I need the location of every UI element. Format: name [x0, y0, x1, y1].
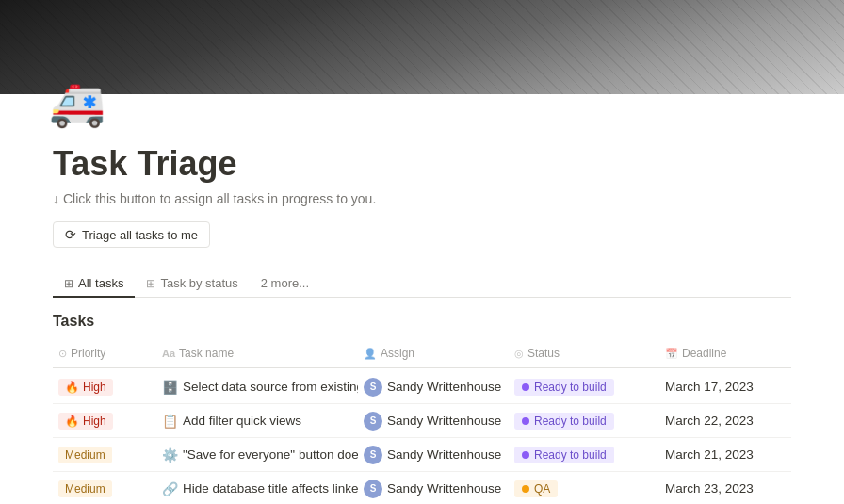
- page-icon: 🚑: [45, 72, 109, 136]
- priority-badge: 🔥 High: [58, 413, 113, 430]
- status-label: Ready to build: [534, 415, 607, 428]
- taskname-cell: ⚙️ "Save for everyone" button doesn't pe…: [156, 442, 358, 468]
- priority-cell: Medium: [53, 441, 156, 469]
- avatar: S: [364, 480, 382, 498]
- taskname-cell: 🔗 Hide database title affects linked dat…: [156, 476, 358, 502]
- status-badge: Ready to build: [514, 379, 614, 396]
- tab-more[interactable]: 2 more...: [250, 270, 320, 298]
- deadline-col-icon: 📅: [665, 348, 678, 360]
- status-cell: Ready to build: [509, 373, 659, 401]
- tab-all-tasks-icon: ⊞: [64, 277, 73, 290]
- table-row[interactable]: 🔥 High 🗄️ Select data source from existi…: [53, 370, 791, 404]
- tab-all-tasks-label: All tasks: [78, 276, 123, 290]
- tabs-row: ⊞ All tasks ⊞ Task by status 2 more...: [53, 270, 791, 298]
- deadline-value: March 21, 2023: [665, 447, 754, 462]
- status-col-icon: ◎: [514, 348, 524, 360]
- status-label: Ready to build: [534, 381, 607, 394]
- task-icon: 📋: [162, 414, 178, 429]
- status-dot: [522, 485, 529, 493]
- col-assign: 👤 Assign: [358, 343, 509, 364]
- tab-more-label: 2 more...: [261, 276, 309, 290]
- status-dot: [522, 383, 529, 391]
- taskname-cell: 📋 Add filter quick views: [156, 408, 358, 434]
- priority-badge: Medium: [58, 447, 112, 463]
- deadline-cell: March 22, 2023: [659, 408, 791, 433]
- status-cell: Ready to build: [509, 407, 659, 435]
- description-arrow: ↓: [53, 191, 59, 206]
- taskname-col-icon: Aa: [162, 348, 175, 359]
- deadline-value: March 17, 2023: [665, 380, 754, 394]
- description-text: Click this button to assign all tasks in…: [63, 191, 376, 206]
- status-badge: QA: [514, 480, 558, 497]
- col-status: ◎ Status: [509, 343, 659, 364]
- priority-cell: Medium: [53, 475, 156, 503]
- task-name-text: Add filter quick views: [183, 414, 301, 428]
- status-label: QA: [534, 482, 550, 496]
- table-row[interactable]: Medium 🔗 Hide database title affects lin…: [53, 472, 791, 504]
- tab-task-by-status-label: Task by status: [160, 276, 237, 290]
- assignee-name: Sandy Writtenhouse: [387, 481, 501, 496]
- triage-all-button[interactable]: ⟳ Triage all tasks to me: [53, 221, 210, 248]
- status-cell: QA: [509, 475, 659, 503]
- task-icon: 🔗: [162, 481, 178, 496]
- priority-cell: 🔥 High: [53, 407, 156, 435]
- table-body: 🔥 High 🗄️ Select data source from existi…: [53, 370, 791, 504]
- status-dot: [522, 451, 529, 459]
- task-name-text: "Save for everyone" button doesn't persi…: [183, 447, 358, 462]
- task-name-text: Select data source from existing databas…: [183, 380, 358, 394]
- taskname-cell: 🗄️ Select data source from existing data…: [156, 374, 358, 400]
- status-dot: [522, 417, 529, 425]
- assignee-cell: S Sandy Writtenhouse: [358, 406, 509, 436]
- assignee-name: Sandy Writtenhouse: [387, 414, 501, 428]
- deadline-cell: March 17, 2023: [659, 374, 791, 399]
- assignee-cell: S Sandy Writtenhouse: [358, 440, 509, 470]
- table-row[interactable]: 🔥 High 📋 Add filter quick views S Sandy …: [53, 404, 791, 438]
- col-task-name: Aa Task name: [156, 343, 358, 364]
- fire-icon: 🔥: [65, 415, 79, 428]
- tab-status-icon: ⊞: [146, 277, 155, 290]
- priority-label: Medium: [65, 448, 106, 462]
- tab-all-tasks[interactable]: ⊞ All tasks: [53, 270, 135, 298]
- triage-icon: ⟳: [65, 227, 76, 242]
- task-icon: ⚙️: [162, 447, 178, 463]
- task-icon: 🗄️: [162, 380, 178, 395]
- priority-badge: Medium: [58, 480, 112, 497]
- assignee-name: Sandy Writtenhouse: [387, 380, 501, 394]
- priority-label: High: [83, 415, 106, 428]
- avatar: S: [364, 378, 382, 397]
- task-name-text: Hide database title affects linked datab…: [183, 481, 358, 496]
- assignee-cell: S Sandy Writtenhouse: [358, 474, 509, 504]
- assignee-name: Sandy Writtenhouse: [387, 447, 501, 462]
- assign-col-icon: 👤: [364, 348, 377, 360]
- deadline-value: March 23, 2023: [665, 481, 754, 496]
- avatar: S: [364, 412, 382, 431]
- cover-image: [0, 0, 844, 94]
- status-cell: Ready to build: [509, 441, 659, 469]
- avatar: S: [364, 446, 382, 464]
- fire-icon: 🔥: [65, 381, 79, 394]
- priority-cell: 🔥 High: [53, 373, 156, 401]
- status-badge: Ready to build: [514, 447, 614, 463]
- triage-button-label: Triage all tasks to me: [82, 228, 198, 242]
- priority-label: Medium: [65, 482, 106, 496]
- priority-label: High: [83, 381, 106, 394]
- table-row[interactable]: Medium ⚙️ "Save for everyone" button doe…: [53, 438, 791, 472]
- table-header: ⊙ Priority Aa Task name 👤 Assign ◎ Statu…: [53, 339, 791, 368]
- priority-badge: 🔥 High: [58, 379, 113, 396]
- status-label: Ready to build: [534, 448, 607, 462]
- priority-col-icon: ⊙: [58, 348, 67, 360]
- deadline-cell: March 23, 2023: [659, 476, 791, 501]
- tasks-section-title: Tasks: [53, 313, 791, 330]
- page-description: ↓ Click this button to assign all tasks …: [53, 191, 791, 206]
- tab-task-by-status[interactable]: ⊞ Task by status: [135, 270, 249, 298]
- deadline-value: March 22, 2023: [665, 414, 754, 428]
- assignee-cell: S Sandy Writtenhouse: [358, 372, 509, 402]
- deadline-cell: March 21, 2023: [659, 442, 791, 467]
- status-badge: Ready to build: [514, 413, 614, 430]
- col-deadline: 📅 Deadline: [659, 343, 791, 364]
- page-title: Task Triage: [53, 143, 791, 184]
- col-priority: ⊙ Priority: [53, 343, 156, 364]
